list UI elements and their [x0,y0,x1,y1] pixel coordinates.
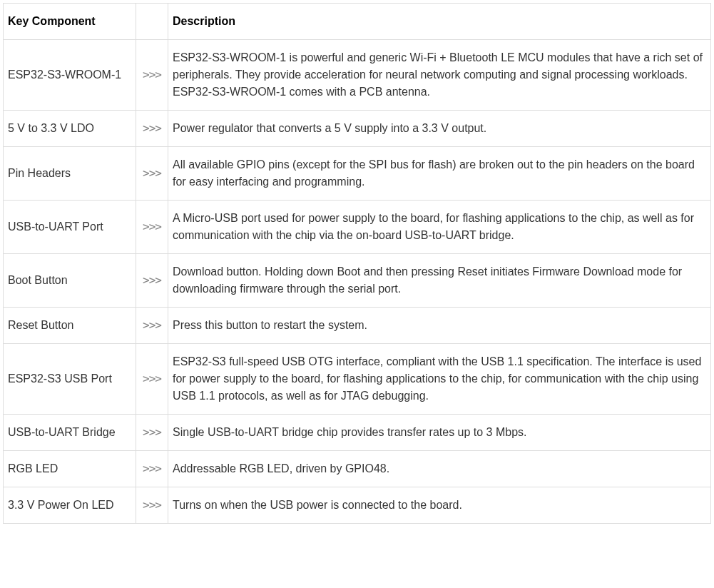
component-description: ESP32-S3 full-speed USB OTG interface, c… [168,344,711,415]
component-name: Boot Button [4,254,136,308]
header-key-component: Key Component [4,4,136,40]
arrow-icon: >>> [136,111,168,147]
arrow-icon: >>> [136,344,168,415]
table-row: USB-to-UART Bridge >>> Single USB-to-UAR… [4,415,711,451]
table-row: Boot Button >>> Download button. Holding… [4,254,711,308]
component-description: All available GPIO pins (except for the … [168,147,711,201]
arrow-icon: >>> [136,40,168,111]
arrow-icon: >>> [136,201,168,254]
table-row: 5 V to 3.3 V LDO >>> Power regulator tha… [4,111,711,147]
arrow-icon: >>> [136,487,168,524]
component-description: Single USB-to-UART bridge chip provides … [168,415,711,451]
component-name: USB-to-UART Bridge [4,415,136,451]
components-table: Key Component Description ESP32-S3-WROOM… [3,3,711,524]
component-description: Addressable RGB LED, driven by GPIO48. [168,451,711,487]
component-description: ESP32-S3-WROOM-1 is powerful and generic… [168,40,711,111]
table-row: ESP32-S3 USB Port >>> ESP32-S3 full-spee… [4,344,711,415]
header-description: Description [168,4,711,40]
arrow-icon: >>> [136,254,168,308]
component-description: A Micro-USB port used for power supply t… [168,201,711,254]
component-name: 3.3 V Power On LED [4,487,136,524]
arrow-icon: >>> [136,147,168,201]
arrow-icon: >>> [136,415,168,451]
table-row: Pin Headers >>> All available GPIO pins … [4,147,711,201]
table-row: 3.3 V Power On LED >>> Turns on when the… [4,487,711,524]
component-name: ESP32-S3 USB Port [4,344,136,415]
component-description: Turns on when the USB power is connected… [168,487,711,524]
component-description: Press this button to restart the system. [168,308,711,344]
header-arrow-spacer [136,4,168,40]
component-name: RGB LED [4,451,136,487]
component-name: USB-to-UART Port [4,201,136,254]
component-description: Power regulator that converts a 5 V supp… [168,111,711,147]
table-row: ESP32-S3-WROOM-1 >>> ESP32-S3-WROOM-1 is… [4,40,711,111]
arrow-icon: >>> [136,308,168,344]
component-name: Pin Headers [4,147,136,201]
component-name: ESP32-S3-WROOM-1 [4,40,136,111]
table-row: USB-to-UART Port >>> A Micro-USB port us… [4,201,711,254]
table-header-row: Key Component Description [4,4,711,40]
component-name: Reset Button [4,308,136,344]
arrow-icon: >>> [136,451,168,487]
component-name: 5 V to 3.3 V LDO [4,111,136,147]
component-description: Download button. Holding down Boot and t… [168,254,711,308]
table-row: Reset Button >>> Press this button to re… [4,308,711,344]
table-row: RGB LED >>> Addressable RGB LED, driven … [4,451,711,487]
